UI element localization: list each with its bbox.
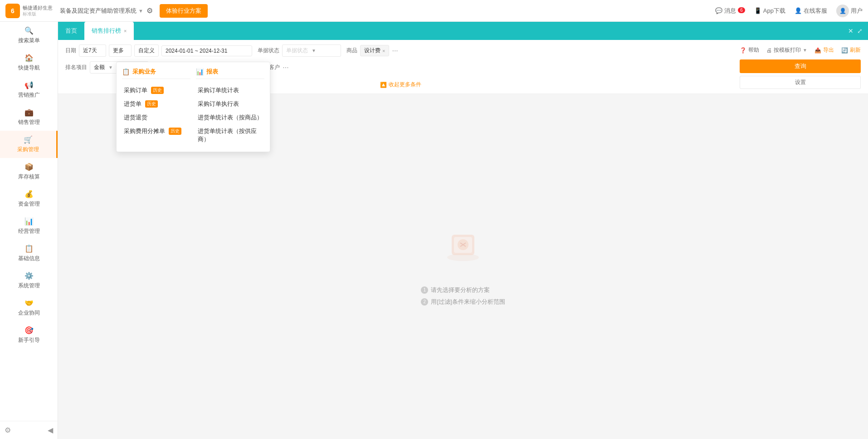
menu-item-purchase-order-stats[interactable]: 采购订单统计表 (196, 84, 264, 97)
system-title-dropdown[interactable]: 装备及固定资产辅助管理系统 ▼ (60, 7, 143, 15)
filter-date: 日期 近7天 更多 自定义 2024-01-01 ~ 2024 (65, 44, 252, 57)
purchase-dropdown-menu: 📋 采购业务 采购订单 历史 进货单 历史 进货退货 (116, 62, 270, 152)
operations-icon: 📊 (24, 217, 34, 226)
tab-home[interactable]: 首页 (58, 22, 84, 40)
history-badge-purchase-order: 历史 (151, 87, 164, 94)
sidebar-label-inventory: 库存核算 (18, 173, 40, 181)
bill-status-select[interactable]: 单据状态 ▼ (282, 44, 341, 57)
close-window-icon[interactable]: ✕ (848, 27, 853, 35)
goods-tag[interactable]: 设计费 × (360, 45, 389, 56)
sidebar-label-system: 系统管理 (18, 282, 40, 290)
filter-row-1: 日期 近7天 更多 自定义 2024-01-01 ~ 2024 (65, 44, 736, 57)
empty-illustration (440, 226, 486, 275)
dropdown-arrow-icon: ▼ (138, 8, 143, 14)
sidebar-item-purchase[interactable]: 🛒 采购管理 (0, 131, 58, 158)
print-btn[interactable]: 🖨 按模板打印 ▼ (766, 46, 807, 54)
query-btn[interactable]: 查询 (740, 59, 861, 73)
rank-label: 排名项目 (65, 64, 87, 71)
sidebar-label-marketing: 营销推广 (18, 91, 40, 99)
logo-area: 6 畅捷通好生意 标准版 (5, 4, 53, 18)
menu-item-goods-stats-by-supplier[interactable]: 进货单统计表（按供应商） (196, 124, 264, 146)
sidebar-item-basic-info[interactable]: 📋 基础信息 (0, 240, 58, 267)
refresh-icon: 🔄 (841, 47, 848, 54)
collapse-arrow-icon: 🔼 (380, 82, 387, 88)
bill-status-arrow: ▼ (312, 48, 316, 53)
tab-close-icon[interactable]: × (124, 28, 127, 34)
basic-info-icon: 📋 (24, 244, 34, 253)
main-area: 🔍 搜索菜单 🏠 快捷导航 📢 营销推广 💼 销售管理 🛒 采购管理 📦 (0, 22, 868, 439)
tab-maximize-area: ✕ ⤢ (848, 27, 868, 35)
system-icon: ⚙️ (24, 271, 34, 280)
sidebar: 🔍 搜索菜单 🏠 快捷导航 📢 营销推广 💼 销售管理 🛒 采购管理 📦 (0, 22, 58, 439)
sidebar-item-operations[interactable]: 📊 经营管理 (0, 212, 58, 240)
top-bar: 6 畅捷通好生意 标准版 装备及固定资产辅助管理系统 ▼ ⚙ 体验行业方案 💬 … (0, 0, 868, 22)
menu-item-goods-receipt[interactable]: 进货单 历史 (122, 97, 190, 111)
inventory-icon: 📦 (24, 163, 34, 171)
sidebar-collapse-btn[interactable]: ◀ (48, 426, 53, 434)
history-badge-goods-receipt: 历史 (145, 100, 158, 108)
industry-btn[interactable]: 体验行业方案 (160, 4, 208, 18)
help-icon: ❓ (740, 47, 746, 54)
sidebar-item-inventory[interactable]: 📦 库存核算 (0, 158, 58, 185)
maximize-icon[interactable]: ⤢ (857, 27, 863, 35)
header-actions-row: ❓ 帮助 🖨 按模板打印 ▼ 📤 导出 🔄 (740, 46, 861, 54)
sales-rank-tab-label: 销售排行榜 (92, 27, 121, 35)
online-service-btn[interactable]: 👤 在线客服 (795, 7, 827, 15)
sidebar-label-finance: 资金管理 (18, 200, 40, 208)
menu-item-purchase-order-exec[interactable]: 采购订单执行表 (196, 97, 264, 111)
menu-item-purchase-order[interactable]: 采购订单 历史 (122, 84, 190, 97)
collapse-btn[interactable]: 🔼 收起更多条件 (380, 81, 421, 89)
message-btn[interactable]: 💬 消息 6 (715, 7, 745, 15)
print-dropdown-arrow: ▼ (803, 48, 807, 53)
action-buttons: ❓ 帮助 🖨 按模板打印 ▼ 📤 导出 🔄 (740, 44, 861, 89)
customer-label: 客户 (269, 64, 280, 71)
goods-more-btn[interactable]: ··· (392, 47, 398, 55)
finance-icon: 💰 (24, 190, 34, 198)
sidebar-item-quick-nav[interactable]: 🏠 快捷导航 (0, 49, 58, 76)
settings-icon[interactable]: ⚙ (143, 5, 156, 17)
sidebar-label-basic-info: 基础信息 (18, 255, 40, 262)
goods-tag-close[interactable]: × (382, 48, 385, 54)
empty-tip-1: 1 请先选择要分析的方案 (421, 284, 505, 296)
menu-item-purchase-expense[interactable]: 采购费用分摊单 历史 (122, 124, 190, 138)
goods-label: 商品 (346, 47, 357, 54)
menu-item-goods-return[interactable]: 进货退货 (122, 111, 190, 124)
export-icon: 📤 (814, 47, 821, 54)
sidebar-label-sales: 销售管理 (18, 118, 40, 126)
sidebar-item-sales[interactable]: 💼 销售管理 (0, 104, 58, 131)
home-tab-label: 首页 (65, 27, 77, 35)
filter-customer: 客户 ··· (269, 64, 288, 72)
date-more-btn[interactable]: 更多 (109, 44, 132, 57)
export-btn[interactable]: 📤 导出 (814, 46, 834, 54)
purchase-business-column: 📋 采购业务 采购订单 历史 进货单 历史 进货退货 (122, 68, 190, 146)
date-custom-btn[interactable]: 自定义 (134, 44, 159, 57)
sidebar-item-marketing[interactable]: 📢 营销推广 (0, 76, 58, 104)
enterprise-icon: 🤝 (24, 299, 34, 307)
sidebar-label-quick-nav: 快捷导航 (18, 64, 40, 72)
home-icon: 🏠 (24, 54, 34, 62)
bill-status-label: 单据状态 (258, 47, 279, 54)
report-column: 📊 报表 采购订单统计表 采购订单执行表 进货单统计表（按商品） 进货单统计表（… (196, 68, 264, 146)
refresh-btn[interactable]: 🔄 刷新 (841, 46, 861, 54)
sidebar-item-enterprise[interactable]: 🤝 企业协同 (0, 294, 58, 321)
sidebar-item-system[interactable]: ⚙️ 系统管理 (0, 267, 58, 294)
app-download-btn[interactable]: 📱 App下载 (754, 7, 785, 15)
menu-item-goods-stats-by-product[interactable]: 进货单统计表（按商品） (196, 111, 264, 124)
purchase-business-title: 📋 采购业务 (122, 68, 190, 79)
tab-sales-rank[interactable]: 销售排行榜 × (84, 22, 134, 40)
content-area: 首页 销售排行榜 × ✕ ⤢ 日期 (58, 22, 868, 439)
sidebar-item-search[interactable]: 🔍 搜索菜单 (0, 22, 58, 49)
filter-bill-status: 单据状态 单据状态 ▼ (258, 44, 341, 57)
user-btn[interactable]: 👤 用户 (836, 5, 863, 17)
date-range-input[interactable]: 2024-01-01 ~ 2024-12-31 (161, 45, 252, 56)
setting-btn[interactable]: 设置 (740, 76, 861, 89)
sidebar-settings-btn[interactable]: ⚙ (5, 426, 11, 434)
sidebar-item-finance[interactable]: 💰 资金管理 (0, 185, 58, 212)
sidebar-item-newbie[interactable]: 🎯 新手引导 (0, 321, 58, 349)
date-quick-7[interactable]: 近7天 (79, 44, 106, 57)
help-btn[interactable]: ❓ 帮助 (740, 46, 759, 54)
purchase-col-icon: 📋 (122, 68, 130, 75)
message-icon: 💬 (715, 7, 722, 14)
phone-icon: 📱 (754, 7, 761, 14)
customer-more-btn[interactable]: ··· (283, 64, 288, 72)
